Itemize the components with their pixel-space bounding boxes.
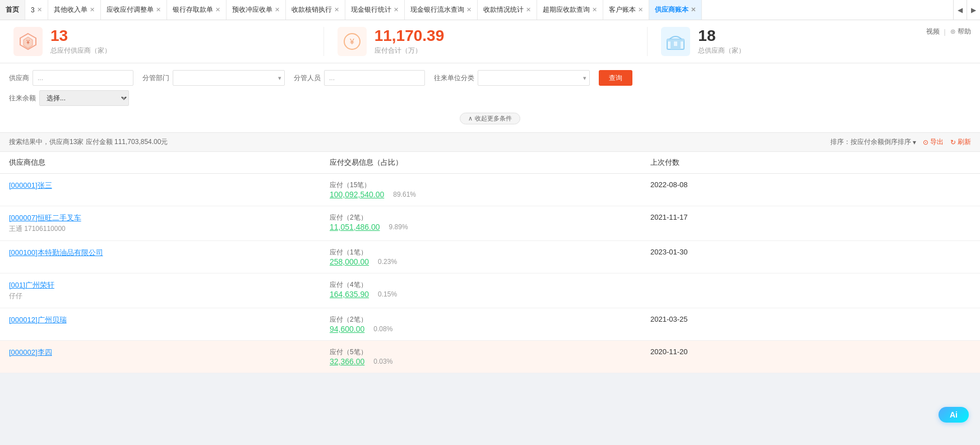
table-row: [000001]张三 应付（15笔） 100,092,540.00 89.61%… [0,174,980,206]
sort-button[interactable]: 排序：按应付余额倒序排序 ▾ [830,137,916,147]
collapse-icon: ∧ [468,115,473,122]
payable-amount-1[interactable]: 11,051,486.00 [330,222,380,231]
nav-label-bank-deposit: 银行存取款单 [173,5,213,15]
nav-label-supplier-ledger: 供应商账本 [655,5,688,15]
nav-item-collection-exec[interactable]: 收款核销执行 ✕ [286,0,345,20]
filter-label-dept: 分管部门 [142,73,169,83]
payable-amount-2[interactable]: 258,000.00 [330,257,369,266]
category-select[interactable] [478,70,590,86]
close-icon-supplier-ledger[interactable]: ✕ [691,6,696,13]
payable-label-0: 应付（15笔） [330,180,650,190]
filter-item-balance: 往来余额 选择... [9,90,129,106]
close-icon-bank-deposit[interactable]: ✕ [215,6,220,13]
last-payment-1: 2021-11-17 [650,213,971,221]
nav-item-prepayment[interactable]: 预收冲应收单 ✕ [226,0,286,20]
nav-item-cash-flow-query[interactable]: 现金银行流水查询 ✕ [405,0,478,20]
nav-item-bank-deposit[interactable]: 银行存取款单 ✕ [167,0,226,20]
export-icon: ⊙ [923,138,928,146]
payable-amount-3[interactable]: 164,635.90 [330,290,369,299]
close-icon-collection-stats[interactable]: ✕ [526,6,531,13]
supplier-info-1: [000007]恒旺二手叉车 王通 17106110000 [9,213,330,234]
last-payment-5: 2020-11-20 [650,347,971,356]
nav-left-arrow[interactable]: ◀ [953,0,967,20]
close-icon-cash-bank-stats[interactable]: ✕ [394,6,399,13]
close-icon-tab2[interactable]: ✕ [37,6,42,13]
help-link[interactable]: ⊙ 帮助 [950,27,971,36]
nav-item-supplier-ledger[interactable]: 供应商账本 ✕ [649,0,702,20]
stat-block-total-suppliers: 18 总供应商（家） [648,27,971,56]
stat-label-payable-suppliers: 总应付供应商（家） [50,46,111,55]
table-container: 供应商信息 应付交易信息（占比） 上次付数 [000001]张三 应付（15笔）… [0,152,980,373]
video-link[interactable]: 视频 [926,27,940,36]
result-actions: 排序：按应付余额倒序排序 ▾ ⊙ 导出 ↻ 刷新 [830,137,971,147]
nav-label-tab2: 3 [31,6,35,14]
refresh-button[interactable]: ↻ 刷新 [950,137,971,147]
nav-item-other-income[interactable]: 其他收入单 ✕ [48,0,101,20]
payable-info-5: 应付（5笔） 32,366.00 0.03% [330,347,650,366]
nav-item-home[interactable]: 首页 [0,0,25,20]
close-icon-customer-ledger[interactable]: ✕ [638,6,643,13]
supplier-link-1[interactable]: [000007]恒旺二手叉车 [9,213,330,223]
close-icon-cash-flow-query[interactable]: ✕ [466,6,471,13]
svg-rect-8 [667,39,684,41]
header-actions: 视频 | ⊙ 帮助 [926,27,971,36]
stat-label-total-suppliers: 总供应商（家） [698,46,745,55]
stat-content-1: 13 总应付供应商（家） [50,27,111,55]
col-header-last-payment: 上次付数 [650,157,971,168]
supplier-link-0[interactable]: [000001]张三 [9,180,330,191]
collapse-section: ∧ 收起更多条件 [9,110,971,128]
supplier-link-3[interactable]: [001]广州荣轩 [9,280,330,290]
collapse-label: 收起更多条件 [475,114,512,123]
close-icon-adjustment[interactable]: ✕ [156,6,161,13]
close-icon-collection-exec[interactable]: ✕ [334,6,339,13]
payable-label-4: 应付（2笔） [330,315,650,325]
supplier-link-2[interactable]: [000100]本特勤油品有限公司 [9,248,330,258]
close-icon-other-income[interactable]: ✕ [90,6,95,13]
balance-select-wrapper: 选择... [39,90,129,106]
payable-amount-5[interactable]: 32,366.00 [330,357,364,366]
sort-label: 排序：按应付余额倒序排序 [830,137,911,147]
table-row: [001]广州荣轩 仔仔 应付（4笔） 164,635.90 0.15% [0,274,980,308]
supplier-input[interactable] [33,70,133,86]
filter-label-balance: 往来余额 [9,94,36,103]
payable-info-4: 应付（2笔） 94,600.00 0.08% [330,315,650,333]
result-bar: 搜索结果中，供应商13家 应付金额 111,703,854.00元 排序：按应付… [0,133,980,152]
close-icon-prepayment[interactable]: ✕ [275,6,280,13]
category-select-wrapper [478,70,590,86]
query-button[interactable]: 查询 [599,70,632,86]
dept-select[interactable] [173,70,285,86]
collapse-button[interactable]: ∧ 收起更多条件 [460,113,520,124]
filter-item-dept: 分管部门 [142,70,285,86]
payable-amount-4[interactable]: 94,600.00 [330,325,364,333]
divider: | [944,28,946,36]
supplier-info-4: [000012]广州贝瑞 [9,315,330,325]
nav-label-adjustment: 应收应付调整单 [107,5,154,15]
export-button[interactable]: ⊙ 导出 [923,137,944,147]
payable-amount-0[interactable]: 100,092,540.00 [330,190,384,199]
filter-item-person: 分管人员 [294,70,425,86]
nav-item-customer-ledger[interactable]: 客户账本 ✕ [603,0,649,20]
supplier-link-4[interactable]: [000012]广州贝瑞 [9,315,330,325]
supplier-link-5[interactable]: [000002]李四 [9,347,330,358]
payable-pct-1: 9.89% [389,223,408,231]
nav-item-cash-bank-stats[interactable]: 现金银行统计 ✕ [345,0,405,20]
balance-select[interactable]: 选择... [39,90,129,106]
close-icon-overdue-query[interactable]: ✕ [592,6,597,13]
nav-item-overdue-query[interactable]: 超期应收款查询 ✕ [537,0,603,20]
nav-label-collection-exec: 收款核销执行 [292,5,332,15]
nav-item-adjustment[interactable]: 应收应付调整单 ✕ [101,0,167,20]
export-label: 导出 [930,137,944,147]
nav-label-customer-ledger: 客户账本 [609,5,636,15]
supplier-info-2: [000100]本特勤油品有限公司 [9,248,330,258]
payable-pct-3: 0.15% [378,290,397,298]
person-input[interactable] [324,70,425,86]
nav-right-arrow[interactable]: ▶ [967,0,980,20]
payable-label-3: 应付（4笔） [330,280,650,290]
last-payment-0: 2022-08-08 [650,180,971,189]
result-info-text: 搜索结果中，供应商13家 应付金额 111,703,854.00元 [9,137,168,147]
nav-item-tab2[interactable]: 3 ✕ [25,0,48,20]
filter-label-person: 分管人员 [294,73,321,83]
nav-item-collection-stats[interactable]: 收款情况统计 ✕ [478,0,537,20]
stat-number-payable-suppliers: 13 [50,27,111,45]
nav-label-collection-stats: 收款情况统计 [483,5,524,15]
